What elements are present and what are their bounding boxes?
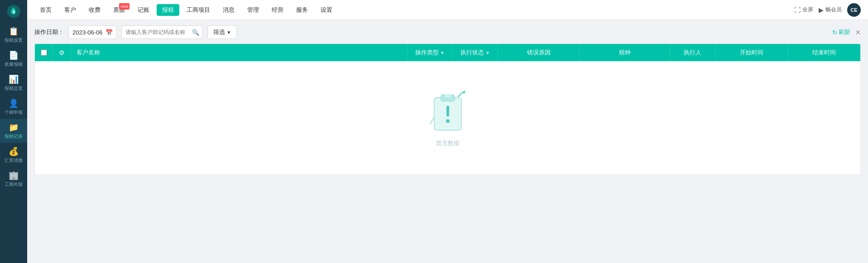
overview-icon: 📊 [9,74,19,84]
th-end-time: 结束时间 [788,44,860,61]
sort-icon-operation: ▼ [440,50,445,55]
refresh-icon: ↻ [832,29,837,36]
refresh-button[interactable]: ↻ 刷新 [832,28,850,36]
date-value: 2023-06-06 [72,29,103,36]
avatar[interactable]: CE [847,3,861,17]
nav-item-shoufei[interactable]: 收费 [83,4,106,16]
new-badge: new [119,3,129,10]
sidebar-label-piliangshuibao: 批量报税 [5,62,23,67]
svg-line-6 [458,92,463,97]
gear-icon: ⚙ [59,49,65,56]
sidebar-label-geshuishenbao: 个税申报 [5,110,23,115]
table-header: ⚙ 客户名称 操作类型 ▼ 执行状态 ▼ 错误原因 税种 [35,44,860,61]
svg-rect-3 [445,94,451,97]
main-area: 首页 客户 收费 票据 new 记账 报税 工商项目 消息 [27,0,868,263]
person-tax-icon: 👤 [9,98,19,108]
sidebar-item-gongshangnianbao[interactable]: 🏢 工商年报 [0,167,27,191]
content-area: 操作日期： 2023-06-06 📅 🔍 筛选 ▼ ↻ 刷新 ✕ [27,20,868,263]
sidebar-item-baoshuishezhi[interactable]: 📋 报税设置 [0,23,27,47]
batch-report-icon: 📄 [9,50,19,60]
nav-item-jizhang[interactable]: 记账 [132,4,155,16]
date-picker[interactable]: 2023-06-06 📅 [68,25,117,39]
record-icon: 📁 [9,122,19,132]
th-settings: ⚙ [53,44,71,61]
topnav-right: ⛶ 全屏 ▶ 畅会员 CE [794,3,861,17]
svg-line-8 [430,118,434,124]
settings-report-icon: 📋 [9,26,19,36]
fullscreen-icon: ⛶ [794,6,801,14]
search-icon[interactable]: 🔍 [192,29,199,36]
filter-bar-right: ↻ 刷新 ✕ [832,28,861,37]
select-all-checkbox[interactable] [41,49,47,56]
chevron-down-icon: ▼ [227,30,231,35]
search-input[interactable] [121,25,203,39]
sidebar-label-baoshuizonglan: 报税总览 [5,86,23,91]
sidebar-item-baoshuijilu[interactable]: 📁 报税记录 [0,119,27,143]
fullscreen-button[interactable]: ⛶ 全屏 [794,6,813,14]
svg-marker-7 [463,90,465,94]
data-table: ⚙ 客户名称 操作类型 ▼ 执行状态 ▼ 错误原因 税种 [34,44,861,175]
th-customer-name: 客户名称 [71,44,408,61]
sidebar-label-huisuanqingji: 汇算清缴 [5,158,23,163]
sidebar-item-huisuanqingji[interactable]: 💰 汇算清缴 [0,143,27,167]
th-operation-type[interactable]: 操作类型 ▼ [408,44,453,61]
nav-item-kehu[interactable]: 客户 [59,4,82,16]
th-checkbox[interactable] [35,44,53,61]
annual-report-icon: 🏢 [9,170,19,180]
svg-point-5 [446,119,450,123]
th-executor: 执行人 [670,44,715,61]
sidebar: 📋 报税设置 📄 批量报税 📊 报税总览 👤 个税申报 📁 报税记录 💰 汇算清… [0,0,27,263]
svg-rect-4 [446,106,449,117]
sidebar-item-piliangshuibao[interactable]: 📄 批量报税 [0,47,27,71]
nav-item-guanli[interactable]: 管理 [242,4,264,16]
nav-item-shezhi[interactable]: 设置 [315,4,338,16]
nav-item-piaoju[interactable]: 票据 new [108,4,130,16]
nav-item-shouye[interactable]: 首页 [34,4,57,16]
filter-button[interactable]: 筛选 ▼ [207,25,237,39]
sidebar-label-gongshangnianbao: 工商年报 [5,182,23,187]
member-icon: ▶ [819,6,824,14]
calendar-icon: 📅 [106,29,113,36]
empty-text: 暂无数据 [436,139,460,147]
topnav: 首页 客户 收费 票据 new 记账 报税 工商项目 消息 [27,0,868,20]
settlement-icon: 💰 [9,146,19,156]
logo [0,0,27,23]
nav-items: 首页 客户 收费 票据 new 记账 报税 工商项目 消息 [34,4,794,16]
search-wrap: 🔍 [121,25,203,39]
sidebar-item-baoshuizonglan[interactable]: 📊 报税总览 [0,71,27,95]
table-body: 暂无数据 [35,61,860,175]
empty-state: 暂无数据 [35,61,860,175]
nav-item-baoshui[interactable]: 报税 [157,4,179,16]
th-tax-type: 税种 [580,44,670,61]
nav-item-gongshangxiangmu[interactable]: 工商项目 [181,4,216,16]
th-start-time: 开始时间 [715,44,788,61]
filter-bar: 操作日期： 2023-06-06 📅 🔍 筛选 ▼ ↻ 刷新 ✕ [34,25,861,39]
close-button[interactable]: ✕ [855,28,861,37]
sidebar-item-geshuishenbao[interactable]: 👤 个税申报 [0,95,27,119]
th-error-reason: 错误原因 [498,44,580,61]
empty-illustration [427,88,468,134]
nav-item-fuwu[interactable]: 服务 [291,4,313,16]
sidebar-label-baoshuijilu: 报税记录 [5,134,23,139]
member-button[interactable]: ▶ 畅会员 [819,6,842,14]
nav-item-xiaoxi[interactable]: 消息 [217,4,240,16]
nav-item-jingying[interactable]: 经营 [266,4,289,16]
sidebar-label-baoshuishezhi: 报税设置 [5,38,23,43]
th-exec-status[interactable]: 执行状态 ▼ [453,44,498,61]
sort-icon-status: ▼ [485,50,490,55]
date-label: 操作日期： [34,28,64,36]
